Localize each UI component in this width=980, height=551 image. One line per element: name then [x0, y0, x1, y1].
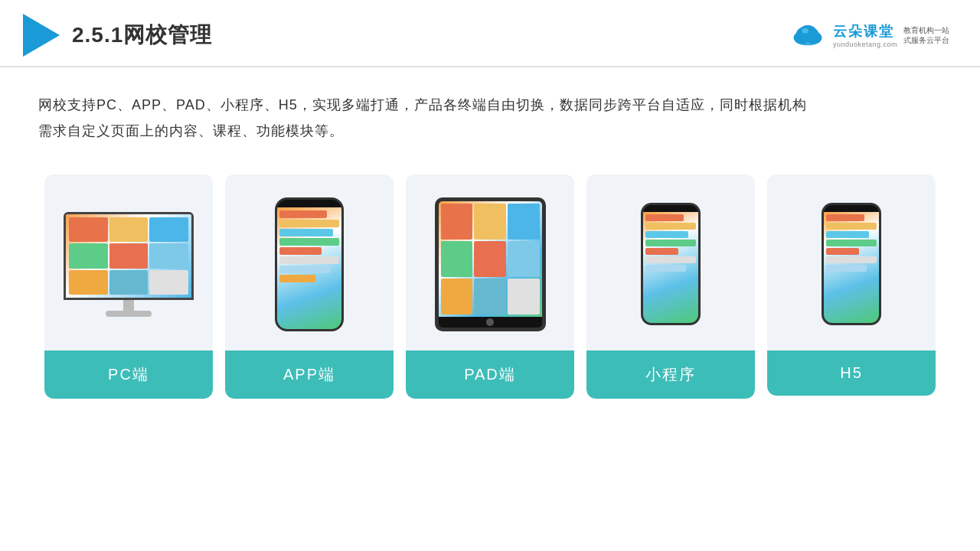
card-h5-label: H5 [767, 350, 936, 396]
screen-block [149, 243, 188, 268]
monitor-stand-neck [123, 300, 134, 311]
pc-mockup [64, 212, 194, 317]
cloud-icon [789, 20, 827, 51]
page-title: 2.5.1网校管理 [72, 21, 212, 50]
brand-text: 云朵课堂 yunduoketang.com [833, 22, 897, 48]
card-pad-image [406, 174, 574, 350]
mini-row [645, 223, 696, 230]
phone-row [279, 229, 333, 236]
screen-block [474, 204, 506, 240]
card-miniprogram: 小程序 [586, 174, 755, 399]
mini-row [826, 248, 859, 255]
header: 2.5.1网校管理 云朵课堂 yunduoketang.com 教育机构一站式服… [0, 0, 980, 67]
tablet-home-button [486, 318, 494, 326]
monitor-screen [66, 214, 191, 298]
mini-row [645, 265, 686, 272]
mini-row [826, 223, 877, 230]
card-pc: PC端 [44, 174, 213, 399]
brand-slogan: 教育机构一站式服务云平台 [903, 25, 949, 45]
phone-row [279, 256, 339, 264]
mini-row [826, 231, 869, 238]
phone-row [279, 238, 339, 246]
card-miniprogram-label: 小程序 [586, 350, 755, 399]
screen-block [508, 241, 540, 277]
screen-block [69, 270, 108, 295]
screen-block [109, 243, 149, 268]
phone-screen [277, 207, 341, 329]
description-block: 网校支持PC、APP、PAD、小程序、H5，实现多端打通，产品各终端自由切换，数… [0, 67, 980, 159]
card-app: APP端 [225, 174, 394, 399]
card-pad-label: PAD端 [406, 350, 574, 399]
svg-point-6 [802, 28, 808, 34]
brand-name: 云朵课堂 [833, 22, 894, 41]
mini-notch-h5 [842, 207, 861, 212]
mini-notch [662, 207, 681, 212]
monitor-stand-base [106, 311, 152, 317]
screen-block [109, 217, 149, 242]
phone-mockup-app [275, 197, 344, 331]
card-pc-image [44, 174, 213, 350]
card-pc-label: PC端 [44, 350, 213, 399]
logo-triangle-icon [23, 14, 60, 57]
screen-block [441, 279, 473, 315]
mini-row [645, 248, 678, 255]
card-h5: H5 [767, 174, 936, 396]
mini-row [826, 265, 867, 272]
mini-row [645, 256, 696, 263]
mini-row [645, 214, 684, 221]
mini-screen [643, 212, 698, 323]
brand-logo: 云朵课堂 yunduoketang.com 教育机构一站式服务云平台 [789, 20, 949, 51]
screen-block [474, 241, 506, 277]
screen-block [441, 241, 473, 277]
screen-block [508, 204, 540, 240]
card-miniprogram-image [586, 174, 755, 350]
screen-block [474, 279, 506, 315]
card-app-image [225, 174, 394, 350]
monitor-body [64, 212, 194, 300]
screen-block [109, 270, 149, 295]
phone-row [279, 266, 330, 273]
description-text: 网校支持PC、APP、PAD、小程序、H5，实现多端打通，产品各终端自由切换，数… [38, 92, 942, 144]
svg-point-5 [807, 28, 818, 40]
mini-row [826, 240, 877, 246]
header-left: 2.5.1网校管理 [23, 14, 212, 57]
tablet-mockup [435, 197, 546, 331]
phone-row [279, 247, 322, 255]
mini-row [826, 256, 877, 263]
miniphone-mockup-mp [641, 203, 701, 325]
phone-notch [298, 201, 321, 207]
screen-block [149, 270, 188, 295]
mini-screen-h5 [824, 212, 879, 323]
screen-block [441, 204, 473, 240]
screen-block [149, 217, 188, 242]
mini-row [826, 214, 864, 221]
mini-row [645, 240, 696, 246]
brand-url: yunduoketang.com [833, 41, 897, 48]
screen-block [69, 243, 108, 268]
tablet-screen [439, 201, 542, 317]
mini-row [645, 231, 688, 238]
card-h5-image [767, 174, 936, 350]
screen-block [508, 279, 540, 315]
phone-row [279, 275, 315, 282]
miniphone-mockup-h5 [822, 203, 881, 325]
card-pad: PAD端 [406, 174, 574, 399]
cards-container: PC端 APP端 [0, 159, 980, 414]
screen-block [69, 217, 108, 242]
phone-row [279, 210, 327, 218]
phone-row [279, 220, 339, 227]
card-app-label: APP端 [225, 350, 394, 399]
